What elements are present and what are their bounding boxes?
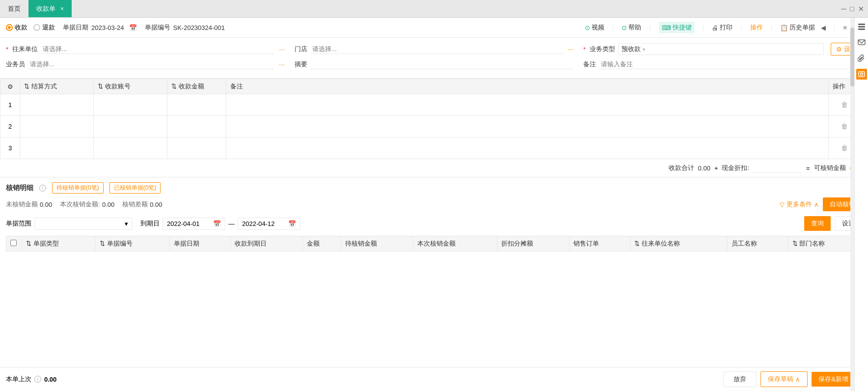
maximize-icon[interactable]: □ [850, 5, 854, 13]
save-draft-button[interactable]: 保存草稿 ∧ [760, 371, 808, 387]
sidebar-message-icon[interactable] [856, 37, 867, 48]
print-btn[interactable]: 🖨 打印 [712, 23, 732, 32]
table-row: 3 🗑 ⧉ [0, 138, 868, 159]
verify-stats: 未核销金额 0.00 本次核销金额: 0.00 核销差额 0.00 ▽ 更多条件… [6, 197, 862, 211]
video-btn[interactable]: ⊙ 视频 [585, 23, 604, 32]
summary-input[interactable] [310, 59, 573, 69]
row-index-1: 1 [0, 94, 20, 116]
radio-return[interactable]: 退款 [33, 23, 55, 32]
date-value[interactable]: 2023-03-24 [91, 24, 124, 31]
remark-input-2[interactable] [230, 122, 824, 131]
range-chevron-icon: ▾ [125, 220, 128, 227]
amount-cell-2[interactable] [167, 116, 226, 138]
chevron-down-icon: ▾ [643, 47, 645, 52]
scrollbar[interactable] [850, 18, 854, 391]
discount-input[interactable] [753, 163, 802, 173]
info-icon[interactable]: i [39, 185, 46, 192]
remark-cell-1[interactable] [226, 94, 829, 116]
tab-close-icon[interactable]: × [60, 5, 64, 12]
business-type-label: 业务类型 [590, 45, 615, 54]
operations-btn[interactable]: 操作 [750, 23, 763, 32]
amount-cell-1[interactable] [167, 94, 226, 116]
date-from-value[interactable] [167, 220, 211, 227]
store-input[interactable] [310, 44, 563, 54]
calendar-to-icon[interactable]: 📅 [288, 220, 296, 227]
help-icon: ⊙ [622, 24, 627, 31]
remark-input-3[interactable] [230, 143, 824, 153]
total-label: 收款合计 [669, 164, 694, 172]
account-cell-3[interactable] [94, 138, 167, 159]
help-btn[interactable]: ⊙ 帮助 [622, 23, 641, 32]
remark-label: 备注 [583, 60, 596, 69]
settlement-cell-3[interactable] [20, 138, 94, 159]
delete-icon-2[interactable]: 🗑 [841, 122, 848, 131]
salesperson-input[interactable] [28, 59, 274, 69]
date-to-value[interactable] [242, 220, 286, 227]
toolbar: 收款 退款 单据日期 2023-03-24 📅 单据编号 SK-20230324… [0, 18, 868, 38]
table-gear-icon[interactable]: ⚙ [7, 83, 13, 90]
shortcut-btn[interactable]: ⌨ 快捷键 [659, 22, 695, 33]
settlement-input-3[interactable] [24, 143, 89, 153]
account-input-1[interactable] [98, 100, 163, 110]
remark-field: 备注 [583, 59, 862, 69]
date-to-input[interactable]: 📅 [238, 218, 300, 230]
amount-input-3[interactable] [171, 143, 222, 153]
close-window-icon[interactable]: ✕ [858, 5, 864, 13]
th-remark: 备注 [226, 79, 829, 94]
account-input-3[interactable] [98, 143, 163, 153]
calendar-icon[interactable]: 📅 [129, 24, 137, 31]
bottom-spacer [0, 256, 868, 278]
scroll-thumb[interactable] [850, 28, 854, 86]
query-button[interactable]: 查询 [804, 216, 831, 231]
account-cell-2[interactable] [94, 116, 167, 138]
th-gear[interactable]: ⚙ [0, 79, 20, 94]
account-input-2[interactable] [98, 122, 163, 131]
calendar-from-icon[interactable]: 📅 [213, 220, 221, 227]
delete-icon-1[interactable]: 🗑 [841, 101, 848, 109]
history-btn[interactable]: 📋 历史单据 [780, 23, 815, 32]
th-due-date: 收款到期日 [230, 236, 302, 251]
delete-icon-3[interactable]: 🗑 [841, 144, 848, 152]
amount-input-1[interactable] [171, 100, 222, 110]
remark-cell-3[interactable] [226, 138, 829, 159]
settlement-cell-1[interactable] [20, 94, 94, 116]
number-value[interactable]: SK-20230324-001 [173, 24, 225, 31]
salesperson-more-icon[interactable]: ··· [279, 60, 285, 68]
sidebar-paperclip-icon[interactable] [856, 53, 867, 64]
partner-more-icon[interactable]: ··· [279, 45, 285, 53]
equals-sign: = [806, 165, 810, 172]
bottom-table: ⇅ 单据类型 ⇅ 单据编号 单据日期 收款到期日 [6, 236, 862, 251]
amount-cell-3[interactable] [167, 138, 226, 159]
info-icon-bottom[interactable]: i [34, 376, 41, 383]
tab-current[interactable]: 收款单 × [28, 0, 72, 17]
settlement-input-1[interactable] [24, 100, 89, 110]
settlement-input-2[interactable] [24, 122, 89, 131]
current-label: 本单上次 [6, 375, 31, 384]
more-conditions-btn[interactable]: ▽ 更多条件 ∧ [780, 200, 819, 209]
partner-input[interactable] [41, 44, 274, 54]
settlement-cell-2[interactable] [20, 116, 94, 138]
remark-input[interactable] [599, 59, 862, 69]
verify-header: 核销明细 i 待核销单据(0笔) 已核销单据(0笔) [6, 182, 862, 194]
minimize-icon[interactable]: ─ [841, 5, 846, 13]
business-type-select[interactable]: 预收款 ▾ [618, 43, 824, 55]
prev-icon[interactable]: ◀ [821, 24, 826, 31]
abandon-button[interactable]: 放弃 [723, 371, 757, 387]
select-all-checkbox[interactable] [10, 240, 17, 246]
list-view-icon[interactable]: ≡ [843, 24, 847, 31]
sidebar-screenshot-icon[interactable] [856, 69, 867, 80]
tab-home[interactable]: 首页 [0, 0, 28, 17]
bottom-right: 放弃 保存草稿 ∧ 保存&新增 ∧ [723, 371, 862, 387]
range-select[interactable]: ▾ [34, 218, 133, 230]
sidebar-table-icon[interactable] [856, 22, 867, 32]
account-cell-1[interactable] [94, 94, 167, 116]
store-more-icon[interactable]: ··· [568, 45, 573, 53]
remark-cell-2[interactable] [226, 116, 829, 138]
tab-pending[interactable]: 待核销单据(0笔) [52, 182, 104, 194]
date-from-input[interactable]: 📅 [163, 218, 225, 230]
radio-receipt[interactable]: 收款 [6, 23, 27, 32]
amount-input-2[interactable] [171, 122, 222, 131]
remark-input-1[interactable] [230, 100, 824, 110]
th-checkbox[interactable] [6, 236, 22, 251]
tab-done[interactable]: 已核销单据(0笔) [109, 182, 161, 194]
